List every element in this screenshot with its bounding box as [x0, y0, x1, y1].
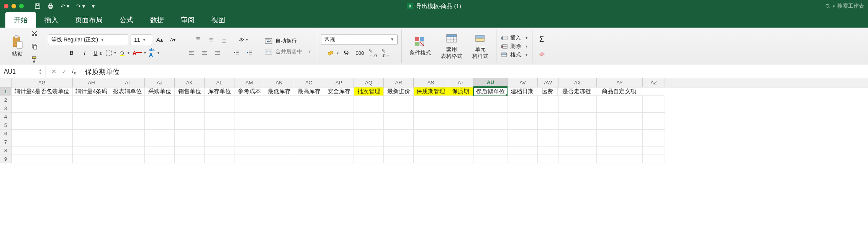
cell-AL7[interactable]	[205, 138, 234, 146]
comma-button[interactable]: 000	[354, 48, 365, 59]
cell-AN5[interactable]	[264, 121, 294, 130]
cell-AU9[interactable]	[473, 155, 508, 163]
cell-AR1[interactable]: 最新进价	[384, 87, 414, 96]
cell-AL8[interactable]	[205, 146, 234, 155]
cell-AP5[interactable]	[324, 121, 354, 130]
cell-AX8[interactable]	[558, 146, 597, 155]
cell-AS5[interactable]	[414, 121, 448, 130]
cell-AL9[interactable]	[205, 155, 234, 163]
font-color-button[interactable]: A▾	[132, 48, 146, 58]
cell-AS1[interactable]: 保质期管理	[414, 87, 448, 96]
italic-button[interactable]: I	[79, 48, 90, 58]
wrap-text-button[interactable]: 自动换行	[265, 38, 297, 44]
cell-AW7[interactable]	[538, 138, 558, 146]
number-format-combo[interactable]: 常规▼	[321, 34, 398, 45]
cell-AZ8[interactable]	[643, 146, 665, 155]
enter-formula-button[interactable]: ✓	[62, 68, 67, 75]
cell-AI5[interactable]	[110, 121, 145, 130]
cell-AL4[interactable]	[205, 113, 234, 121]
currency-button[interactable]: ▾	[327, 48, 339, 59]
cell-AM3[interactable]	[234, 104, 264, 113]
cell-AT8[interactable]	[448, 146, 473, 155]
cell-AX1[interactable]: 是否走冻链	[558, 87, 596, 96]
cell-AU8[interactable]	[473, 146, 508, 155]
cell-AK8[interactable]	[175, 146, 205, 155]
column-header-AZ[interactable]: AZ	[643, 78, 665, 87]
cell-AI9[interactable]	[110, 155, 145, 163]
cell-AG9[interactable]	[11, 155, 73, 163]
copy-button[interactable]	[29, 41, 40, 52]
cell-AP8[interactable]	[324, 146, 354, 155]
save-icon[interactable]	[34, 3, 41, 9]
cell-AZ4[interactable]	[643, 113, 665, 121]
cell-AR8[interactable]	[384, 146, 414, 155]
cell-AL6[interactable]	[205, 130, 234, 138]
cell-AO9[interactable]	[294, 155, 324, 163]
cell-AU2[interactable]	[473, 96, 508, 104]
row-header-8[interactable]: 8	[0, 146, 11, 155]
cell-AS4[interactable]	[414, 113, 448, 121]
cell-AK4[interactable]	[175, 113, 205, 121]
cell-AP4[interactable]	[324, 113, 354, 121]
column-header-AM[interactable]: AM	[234, 78, 264, 87]
cell-AJ2[interactable]	[145, 96, 175, 104]
column-header-AG[interactable]: AG	[11, 78, 73, 87]
cell-AW1[interactable]: 运费	[537, 87, 558, 96]
align-right-button[interactable]	[212, 48, 223, 58]
cell-AU7[interactable]	[473, 138, 508, 146]
cell-styles-button[interactable]: 单元 格样式	[468, 31, 492, 61]
cell-AO7[interactable]	[294, 138, 324, 146]
column-header-AV[interactable]: AV	[508, 78, 538, 87]
cell-AT5[interactable]	[448, 121, 473, 130]
fill-color-button[interactable]: ▾	[119, 48, 130, 58]
clear-button[interactable]	[536, 48, 547, 59]
cell-AG6[interactable]	[11, 130, 73, 138]
percent-button[interactable]: %	[341, 48, 352, 59]
cell-AH5[interactable]	[73, 121, 110, 130]
tab-公式[interactable]: 公式	[111, 12, 142, 28]
column-header-AQ[interactable]: AQ	[354, 78, 384, 87]
column-header-AH[interactable]: AH	[73, 78, 110, 87]
decrease-font-button[interactable]: A▾	[167, 35, 178, 45]
tab-审阅[interactable]: 审阅	[172, 12, 203, 28]
cell-AT1[interactable]: 保质期	[448, 87, 473, 96]
cell-AY9[interactable]	[597, 155, 643, 163]
cell-AN3[interactable]	[264, 104, 294, 113]
cell-AS3[interactable]	[414, 104, 448, 113]
cell-AM9[interactable]	[234, 155, 264, 163]
cell-AQ1[interactable]: 批次管理	[354, 87, 384, 96]
cell-AJ9[interactable]	[145, 155, 175, 163]
cell-AJ4[interactable]	[145, 113, 175, 121]
format-cells-button[interactable]: 格式▾	[501, 51, 527, 58]
cell-AM8[interactable]	[234, 146, 264, 155]
column-header-AK[interactable]: AK	[175, 78, 205, 87]
cell-AK5[interactable]	[175, 121, 205, 130]
minimize-window-button[interactable]	[11, 4, 16, 8]
cell-AL3[interactable]	[205, 104, 234, 113]
cell-AN7[interactable]	[264, 138, 294, 146]
cell-AY7[interactable]	[597, 138, 643, 146]
cell-AZ7[interactable]	[643, 138, 665, 146]
cell-AP3[interactable]	[324, 104, 354, 113]
cell-AM5[interactable]	[234, 121, 264, 130]
column-header-AS[interactable]: AS	[414, 78, 448, 87]
format-painter-button[interactable]	[29, 54, 40, 65]
delete-cells-button[interactable]: × 删除▾	[501, 43, 527, 50]
cell-AP2[interactable]	[324, 96, 354, 104]
tab-页面布局[interactable]: 页面布局	[67, 12, 111, 28]
cell-AP6[interactable]	[324, 130, 354, 138]
cell-AI8[interactable]	[110, 146, 145, 155]
undo-icon[interactable]: ↶ ▾	[61, 3, 69, 9]
cell-AG2[interactable]	[11, 96, 73, 104]
column-header-AX[interactable]: AX	[558, 78, 597, 87]
cell-AV8[interactable]	[508, 146, 538, 155]
cancel-formula-button[interactable]: ✕	[51, 68, 56, 75]
cell-AV5[interactable]	[508, 121, 538, 130]
conditional-format-button[interactable]: 条件格式	[406, 35, 435, 58]
cell-AW8[interactable]	[538, 146, 558, 155]
cell-AI1[interactable]: 报表辅单位	[110, 87, 145, 96]
cell-AI4[interactable]	[110, 113, 145, 121]
cell-AN4[interactable]	[264, 113, 294, 121]
cell-AQ7[interactable]	[354, 138, 384, 146]
row-header-3[interactable]: 3	[0, 104, 11, 113]
